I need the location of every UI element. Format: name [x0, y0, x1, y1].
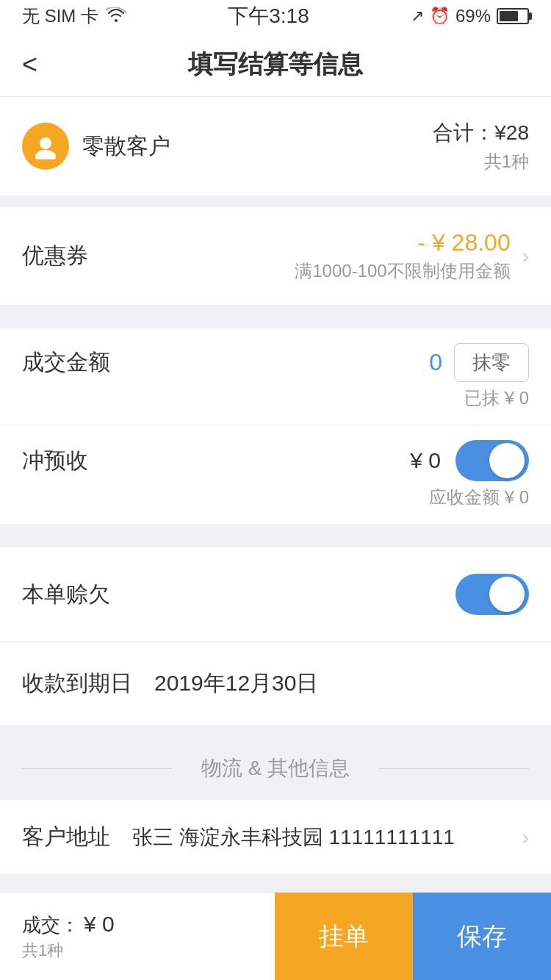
divider-2: [0, 536, 551, 547]
wifi-icon: [106, 6, 126, 26]
transaction-section: 成交金额 0 抹零 已抹 ¥ 0 冲预收 ¥ 0: [0, 328, 551, 524]
save-button[interactable]: 保存: [413, 893, 551, 980]
chevron-right-icon: ›: [522, 245, 529, 268]
address-label: 客户地址: [22, 822, 110, 852]
location-icon: ↗: [411, 7, 424, 26]
summary-total: 合计：¥28: [433, 119, 529, 147]
bottom-summary: 成交： ¥ 0 共1种: [0, 893, 275, 980]
coupon-row[interactable]: 优惠券 - ¥ 28.00 满1000-100不限制使用金额 ›: [0, 207, 551, 305]
back-button[interactable]: <: [22, 49, 37, 80]
status-time: 下午3:18: [228, 2, 309, 30]
due-date-label: 收款到期日: [22, 669, 132, 699]
customer-name: 零散客户: [82, 131, 170, 162]
due-date-row: 收款到期日 2019年12月30日: [0, 642, 551, 725]
svg-point-1: [35, 150, 56, 159]
summary-count: 共1种: [433, 150, 529, 173]
transaction-value[interactable]: 0: [429, 349, 442, 376]
coupon-section: 优惠券 - ¥ 28.00 满1000-100不限制使用金额 ›: [0, 207, 551, 305]
transaction-row: 成交金额 0 抹零 已抹 ¥ 0: [0, 328, 551, 425]
transaction-sub: 已抹 ¥ 0: [464, 386, 529, 410]
transaction-right: 0 抹零: [429, 343, 529, 382]
status-right: ↗ ⏰ 69%: [411, 6, 529, 26]
alarm-icon: ⏰: [430, 7, 450, 26]
battery-text: 69%: [455, 6, 491, 26]
bottom-count: 共1种: [22, 940, 253, 962]
address-value: 张三 海淀永丰科技园 11111111111: [132, 824, 496, 851]
coupon-amount: - ¥ 28.00: [295, 229, 510, 256]
prepayment-label: 冲预收: [22, 446, 88, 476]
sim-status: 无 SIM 卡: [22, 4, 98, 28]
coupon-info: - ¥ 28.00 满1000-100不限制使用金额: [295, 229, 510, 283]
debit-label: 本单赊欠: [22, 580, 110, 610]
status-bar: 无 SIM 卡 下午3:18 ↗ ⏰ 69%: [0, 0, 551, 32]
nav-bar: < 填写结算等信息: [0, 32, 551, 97]
logistics-title: 物流 & 其他信息: [201, 754, 350, 782]
divider-1: [0, 317, 551, 328]
address-section: 客户地址 张三 海淀永丰科技园 11111111111 ›: [0, 800, 551, 874]
divider-line-left: [22, 768, 172, 769]
status-left: 无 SIM 卡: [22, 4, 126, 28]
due-date-value[interactable]: 2019年12月30日: [154, 669, 318, 699]
prepayment-amount: ¥ 0: [410, 448, 441, 473]
svg-point-0: [40, 137, 51, 149]
transaction-label: 成交金额: [22, 347, 110, 378]
coupon-right: - ¥ 28.00 满1000-100不限制使用金额 ›: [295, 229, 529, 283]
toggle-knob: [489, 443, 525, 478]
address-chevron-icon: ›: [522, 826, 529, 849]
pending-button[interactable]: 挂单: [275, 893, 413, 980]
avatar: [22, 123, 69, 170]
battery-icon: [497, 8, 529, 24]
bottom-deal-value: ¥ 0: [84, 912, 115, 937]
coupon-desc: 满1000-100不限制使用金额: [295, 259, 510, 283]
prepayment-toggle[interactable]: [455, 440, 529, 481]
logistics-header: 物流 & 其他信息: [0, 737, 551, 800]
bottom-deal-label: 成交：: [22, 912, 79, 938]
customer-summary: 合计：¥28 共1种: [433, 119, 529, 173]
debit-row: 本单赊欠: [0, 547, 551, 642]
customer-section: 零散客户 合计：¥28 共1种: [0, 97, 551, 195]
prepayment-sub: 应收金额 ¥ 0: [429, 486, 529, 509]
content-area: 零散客户 合计：¥28 共1种 优惠券 - ¥ 28.00 满1000-100不…: [0, 97, 551, 977]
address-row[interactable]: 客户地址 张三 海淀永丰科技园 11111111111 ›: [0, 800, 551, 874]
prepayment-row: 冲预收 ¥ 0 应收金额 ¥ 0: [0, 425, 551, 524]
bottom-bar: 成交： ¥ 0 共1种 挂单 保存: [0, 892, 551, 980]
customer-left: 零散客户: [22, 123, 170, 170]
page-title: 填写结算等信息: [188, 48, 363, 82]
round-off-button[interactable]: 抹零: [454, 343, 529, 382]
debit-toggle[interactable]: [455, 574, 529, 615]
debit-toggle-knob: [489, 577, 525, 612]
divider-line-right: [379, 768, 529, 769]
coupon-label: 优惠券: [22, 241, 88, 271]
